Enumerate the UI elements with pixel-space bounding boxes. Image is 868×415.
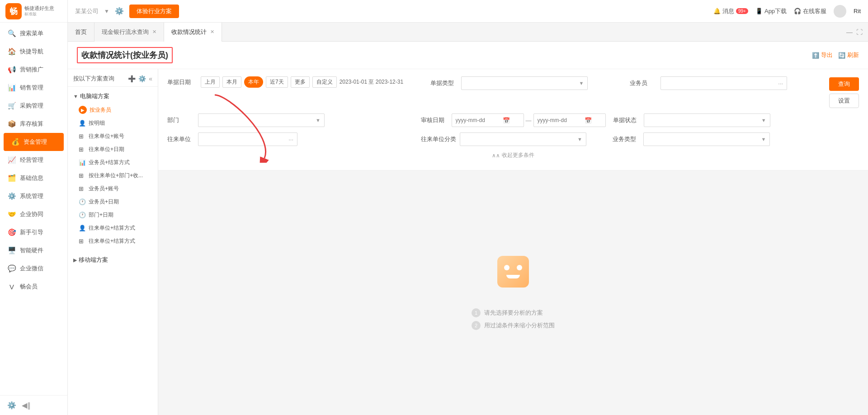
review-date-end-input[interactable]: 📅 <box>533 113 606 127</box>
panel-desktop-header[interactable]: ▼ 电脑端方案 <box>68 90 158 103</box>
sidebar-item-finance[interactable]: 💰 资金管理 <box>4 133 64 151</box>
service-icon: 🎧 <box>794 8 801 14</box>
panel-section-mobile: ▶ 移动端方案 <box>68 250 158 269</box>
export-icon: ⬆️ <box>812 52 819 59</box>
tab-bank-close[interactable]: ✕ <box>152 29 156 35</box>
logo-text: 畅捷通好生意 <box>24 5 54 11</box>
step-2-num: 2 <box>472 321 481 330</box>
voucher-status-select[interactable]: ▼ <box>644 113 770 127</box>
main-content-empty: 1 请先选择要分析的方案 2 用过滤条件来缩小分析范围 <box>158 170 868 415</box>
partner-category-select[interactable]: ▼ <box>460 132 586 146</box>
date-btn-this-month[interactable]: 本月 <box>222 76 241 88</box>
sidebar-item-sales[interactable]: 📊 销售管理 <box>0 79 67 97</box>
sidebar-item-wechat-label: 企业微信 <box>20 264 43 273</box>
detail-icon: 👤 <box>79 120 86 127</box>
collapse-sidebar-icon[interactable]: ◀‖ <box>22 401 31 410</box>
sidebar-item-marketing[interactable]: 📢 营销推广 <box>0 61 67 79</box>
panel-settings-icon[interactable]: ⚙️ <box>138 75 146 82</box>
panel-item-unit-settle2[interactable]: ⊞ 往来单位+结算方式 <box>68 235 158 248</box>
panel-item-salesperson-account[interactable]: ⊞ 业务员+账号 <box>68 182 158 195</box>
unit-settle1-label: 往来单位+结算方式 <box>89 224 135 232</box>
date-btn-last-month[interactable]: 上月 <box>201 76 220 88</box>
panel-item-unit-settle1[interactable]: 👤 往来单位+结算方式 <box>68 222 158 235</box>
sidebar-item-quicknav[interactable]: 🏠 快捷导航 <box>0 42 67 61</box>
content-area: 收款情况统计(按业务员) ⬆️ 导出 🔄 刷新 按以下方案查询 ➕ <box>68 42 868 415</box>
table1-icon: ⊞ <box>79 133 86 140</box>
header-gear-icon[interactable]: ⚙️ <box>115 7 124 15</box>
partner-select[interactable]: ··· <box>198 132 297 146</box>
person1-icon: 👤 <box>79 225 86 231</box>
date-btn-more[interactable]: 更多 <box>291 76 310 88</box>
panel-mobile-header[interactable]: ▶ 移动端方案 <box>68 253 158 267</box>
sidebar-item-search[interactable]: 🔍 搜索菜单 <box>0 24 67 42</box>
review-date-start-input[interactable]: 📅 <box>452 113 524 127</box>
sidebar-item-purchase[interactable]: 🛒 采购管理 <box>0 97 67 115</box>
step-2-label: 用过滤条件来缩小分析范围 <box>484 321 555 330</box>
panel-item-salesperson-date[interactable]: 🕐 业务员+日期 <box>68 195 158 208</box>
logo-badge: 标准版 <box>24 11 54 17</box>
sidebar-item-enterprise[interactable]: 🤝 企业协同 <box>0 205 67 223</box>
sidebar-item-system[interactable]: ⚙️ 系统管理 <box>0 187 67 205</box>
notification-item[interactable]: 🔔 消息 99+ <box>713 7 748 15</box>
company-breadcrumb: 某某公司 <box>75 7 99 15</box>
sidebar-item-guide[interactable]: 🎯 新手引导 <box>0 223 67 241</box>
voucher-type-select[interactable]: ▼ <box>461 76 588 90</box>
sidebar-item-hardware[interactable]: 🖥️ 智能硬件 <box>0 241 67 259</box>
query-button[interactable]: 查询 <box>829 77 859 91</box>
empty-robot-illustration <box>491 256 536 301</box>
date-btn-this-year[interactable]: 本年 <box>244 76 263 88</box>
left-panel: 按以下方案查询 ➕ ⚙️ « ▼ 电脑端方案 ▶ 按业务员 <box>68 69 158 415</box>
sidebar-item-wechat[interactable]: 💬 企业微信 <box>0 259 67 278</box>
panel-item-by-detail[interactable]: 👤 按明细 <box>68 117 158 130</box>
tab-minimize-icon[interactable]: — <box>846 28 853 36</box>
table5-icon: ⊞ <box>79 238 86 245</box>
tab-receipt[interactable]: 收款情况统计 ✕ <box>164 23 222 42</box>
review-date-end-field[interactable] <box>538 117 583 123</box>
trial-button[interactable]: 体验行业方案 <box>129 5 179 18</box>
sidebar-item-member[interactable]: V 畅会员 <box>0 278 67 296</box>
dept-date-label: 部门+日期 <box>89 211 113 219</box>
tab-bank-label: 现金银行流水查询 <box>102 28 149 36</box>
tab-maximize-icon[interactable]: ⛶ <box>856 28 863 36</box>
panel-item-salesperson-settle[interactable]: 📊 业务员+结算方式 <box>68 156 158 169</box>
online-service-item[interactable]: 🎧 在线客服 <box>794 7 826 15</box>
panel-item-unit-account[interactable]: ⊞ 往来单位+账号 <box>68 130 158 143</box>
salesperson-date-label: 业务员+日期 <box>89 198 119 206</box>
panel-item-dept-date[interactable]: 🕐 部门+日期 <box>68 208 158 222</box>
panel-collapse-icon[interactable]: « <box>149 75 152 82</box>
company-dropdown-icon[interactable]: ▼ <box>104 8 109 14</box>
user-name: Rit <box>854 8 861 14</box>
salesperson-select[interactable]: ··· <box>660 76 787 90</box>
top-header: 某某公司 ▼ ⚙️ 体验行业方案 🔔 消息 99+ 📱 App下载 🎧 在线客服… <box>68 0 868 23</box>
filter-area: 单据日期 上月 本月 本年 近7天 更多 自定义 2023-01-01 至 20… <box>158 69 868 170</box>
business-type-select[interactable]: ▼ <box>643 132 770 146</box>
settings-button[interactable]: 设置 <box>829 94 859 108</box>
collapse-filter-button[interactable]: ∧∧ 收起更多条件 <box>167 148 859 163</box>
sidebar-bottom: ⚙️ ◀‖ <box>0 395 67 415</box>
panel-item-unit-date[interactable]: ⊞ 往来单位+日期 <box>68 143 158 156</box>
tab-bar: 首页 现金银行流水查询 ✕ 收款情况统计 ✕ — ⛶ <box>68 23 868 42</box>
partner-dots[interactable]: ··· <box>288 136 293 143</box>
panel-item-by-salesperson[interactable]: ▶ 按业务员 <box>68 103 158 117</box>
user-avatar[interactable] <box>834 5 846 18</box>
sidebar-item-basic[interactable]: 🗂️ 基础信息 <box>0 169 67 187</box>
tab-bank[interactable]: 现金银行流水查询 ✕ <box>94 23 164 42</box>
app-download-item[interactable]: 📱 App下载 <box>755 7 787 15</box>
tab-home[interactable]: 首页 <box>68 23 94 42</box>
refresh-button[interactable]: 🔄 刷新 <box>838 51 859 59</box>
salesperson-dots[interactable]: ··· <box>778 80 783 87</box>
panel-item-unit-dept-recv[interactable]: ⊞ 按往来单位+部门+收... <box>68 169 158 182</box>
sidebar-item-inventory[interactable]: 📦 库存核算 <box>0 115 67 133</box>
sidebar-item-operations[interactable]: 📈 经营管理 <box>0 151 67 169</box>
panel-add-icon[interactable]: ➕ <box>128 75 136 82</box>
review-date-start-field[interactable] <box>456 117 501 123</box>
date-options-group: 上月 本月 本年 近7天 更多 自定义 2023-01-01 至 2023-12… <box>201 76 403 88</box>
settings-bottom-icon[interactable]: ⚙️ <box>7 401 16 410</box>
purchase-icon: 🛒 <box>7 101 16 110</box>
export-button[interactable]: ⬆️ 导出 <box>812 51 833 59</box>
date-btn-custom[interactable]: 自定义 <box>312 76 337 88</box>
dept-select[interactable]: ▼ <box>198 113 325 127</box>
notification-badge: 99+ <box>736 8 748 14</box>
date-btn-7days[interactable]: 近7天 <box>266 76 288 88</box>
tab-receipt-close[interactable]: ✕ <box>210 29 214 35</box>
